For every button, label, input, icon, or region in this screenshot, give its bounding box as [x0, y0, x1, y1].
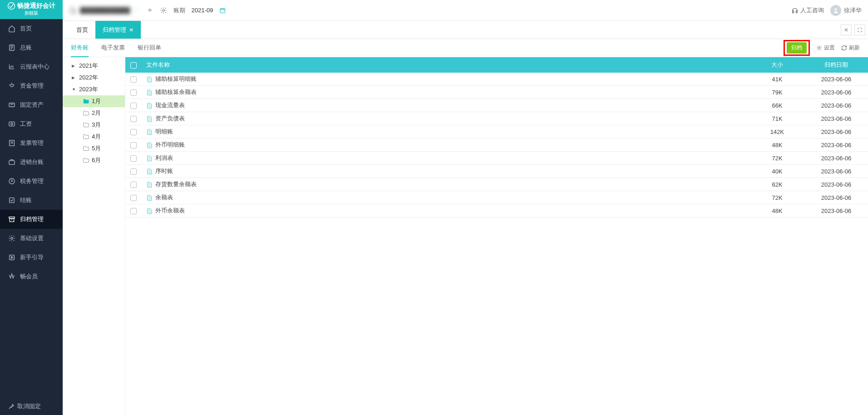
table-row[interactable]: 辅助核算明细账41K2023-06-06 — [125, 73, 868, 86]
nav-reports[interactable]: 云报表中心 — [0, 57, 63, 76]
purchase-icon — [8, 158, 15, 166]
settings-label: 设置 — [824, 44, 835, 52]
row-checkbox[interactable] — [130, 182, 137, 188]
table-row[interactable]: 资产负债表71K2023-06-06 — [125, 112, 868, 125]
close-icon[interactable]: ✕ — [129, 27, 134, 33]
tree-month-5[interactable]: 5月 — [63, 143, 125, 154]
nav-purchase-sales[interactable]: 进销台账 — [0, 153, 63, 172]
tree-year-2022[interactable]: ▶2022年 — [63, 72, 125, 84]
tree-month-2[interactable]: 2月 — [63, 107, 125, 119]
folder-icon — [83, 157, 89, 163]
nav-ledger[interactable]: 总账 — [0, 38, 63, 57]
nav-close-account[interactable]: 结账 — [0, 191, 63, 210]
row-checkbox[interactable] — [130, 89, 137, 96]
salary-icon — [8, 120, 15, 128]
nav-archive[interactable]: 归档管理 — [0, 210, 63, 229]
tree-month-1[interactable]: 1月 — [63, 95, 125, 107]
file-date: 2023-06-06 — [804, 112, 868, 125]
nav-label: 首页 — [20, 25, 32, 33]
table-row[interactable]: 外币余额表48K2023-06-06 — [125, 204, 868, 217]
subtab-einvoice[interactable]: 电子发票 — [101, 39, 125, 57]
funds-icon — [8, 82, 15, 89]
page-tabs: 首页 归档管理 ✕ ✕ — [63, 21, 868, 39]
file-size: 41K — [750, 73, 804, 86]
period-value[interactable]: 2021-09 — [192, 7, 213, 14]
file-size: 72K — [750, 191, 804, 204]
user-menu[interactable]: 徐泽华 — [830, 5, 862, 16]
unpin-sidebar[interactable]: 取消固定 — [0, 398, 63, 415]
row-checkbox[interactable] — [130, 208, 137, 214]
table-row[interactable]: 辅助核算余额表79K2023-06-06 — [125, 86, 868, 99]
archive-button[interactable]: 归档 — [787, 42, 807, 54]
logo-icon — [7, 2, 15, 10]
tree-year-2023[interactable]: ▼2023年 — [63, 84, 125, 95]
ledger-icon — [8, 44, 15, 51]
home-icon — [8, 25, 15, 32]
user-name: 徐泽华 — [844, 6, 862, 15]
subtab-bank[interactable]: 银行回单 — [138, 39, 161, 57]
highlight-annotation: 归档 — [784, 40, 810, 56]
file-date: 2023-06-06 — [804, 73, 868, 86]
company-selector[interactable]: ████████████ ﹀ — [69, 6, 140, 15]
nav-basic-settings[interactable]: 基础设置 — [0, 229, 63, 248]
gear-icon[interactable] — [160, 7, 167, 14]
calendar-icon[interactable] — [219, 7, 226, 14]
nav-funds[interactable]: 资金管理 — [0, 76, 63, 95]
topbar: ████████████ ﹀ ＋ 账期 2021-09 人工咨询 徐泽华 — [63, 0, 868, 21]
nav-vip[interactable]: 畅会员 — [0, 267, 63, 286]
refresh-link[interactable]: 刷新 — [841, 44, 860, 52]
row-checkbox[interactable] — [130, 76, 137, 83]
year-tree: ▶2021年 ▶2022年 ▼2023年 1月 2月 3月 4月 5月 6月 — [63, 57, 125, 415]
folder-icon — [83, 98, 89, 104]
tab-home[interactable]: 首页 — [69, 21, 95, 39]
row-checkbox[interactable] — [130, 168, 137, 175]
nav-invoice[interactable]: 发票管理 — [0, 133, 63, 153]
table-row[interactable]: 明细账142K2023-06-06 — [125, 125, 868, 138]
period-label: 账期 — [174, 6, 185, 15]
table-row[interactable]: 序时账40K2023-06-06 — [125, 165, 868, 178]
svg-point-15 — [163, 10, 164, 11]
row-checkbox[interactable] — [130, 142, 137, 148]
add-icon[interactable]: ＋ — [146, 5, 154, 15]
tab-archive[interactable]: 归档管理 ✕ — [95, 21, 141, 39]
table-row[interactable]: 现金流量表66K2023-06-06 — [125, 99, 868, 112]
tree-month-6[interactable]: 6月 — [63, 154, 125, 166]
folder-icon — [83, 110, 89, 116]
file-size: 40K — [750, 165, 804, 178]
row-checkbox[interactable] — [130, 155, 137, 162]
row-checkbox[interactable] — [130, 195, 137, 201]
row-checkbox[interactable] — [130, 103, 137, 109]
nav-label: 结账 — [20, 196, 32, 204]
nav-guide[interactable]: 新手引导 — [0, 248, 63, 267]
tree-month-4[interactable]: 4月 — [63, 131, 125, 143]
nav-assets[interactable]: 固定资产 — [0, 95, 63, 114]
svg-rect-13 — [70, 8, 74, 13]
tree-year-2021[interactable]: ▶2021年 — [63, 60, 125, 72]
chart-icon — [8, 63, 15, 70]
subtab-label: 银行回单 — [138, 44, 161, 51]
table-row[interactable]: 余额表72K2023-06-06 — [125, 191, 868, 204]
gear-icon — [8, 235, 15, 242]
table-row[interactable]: 存货数量余额表62K2023-06-06 — [125, 178, 868, 191]
nav-tax[interactable]: 税务管理 — [0, 172, 63, 191]
consult-link[interactable]: 人工咨询 — [791, 6, 824, 15]
select-all-checkbox[interactable] — [130, 62, 137, 69]
settings-link[interactable]: 设置 — [816, 44, 835, 52]
table-row[interactable]: 外币明细账48K2023-06-06 — [125, 138, 868, 152]
svg-point-17 — [835, 8, 837, 10]
close-tab-button[interactable]: ✕ — [841, 25, 852, 35]
file-date: 2023-06-06 — [804, 125, 868, 138]
company-icon — [69, 7, 76, 14]
fullscreen-button[interactable] — [854, 25, 865, 35]
subtab-finance[interactable]: 财务账 — [71, 39, 89, 57]
tree-month-3[interactable]: 3月 — [63, 119, 125, 131]
table-row[interactable]: 利润表72K2023-06-06 — [125, 152, 868, 165]
file-date: 2023-06-06 — [804, 138, 868, 152]
row-checkbox[interactable] — [130, 116, 137, 122]
nav-salary[interactable]: 工资 — [0, 114, 63, 133]
nav-label: 资金管理 — [20, 82, 44, 90]
company-name: ████████████ — [80, 7, 130, 14]
file-date: 2023-06-06 — [804, 152, 868, 165]
row-checkbox[interactable] — [130, 129, 137, 135]
nav-home[interactable]: 首页 — [0, 19, 63, 38]
